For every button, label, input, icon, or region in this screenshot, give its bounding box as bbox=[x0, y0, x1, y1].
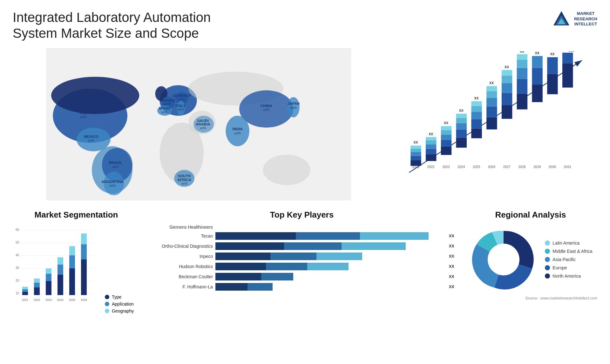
svg-rect-60 bbox=[410, 156, 421, 160]
svg-text:XX: XX bbox=[520, 51, 524, 53]
svg-text:2024: 2024 bbox=[57, 298, 64, 301]
players-list: Siemens Healthineers Tecan XX bbox=[146, 225, 458, 291]
legend-mea: Middle East & Africa bbox=[545, 249, 592, 254]
legend-asia-pacific: Asia Pacific bbox=[545, 257, 592, 262]
svg-rect-81 bbox=[456, 129, 467, 138]
bar-dark bbox=[215, 232, 296, 240]
europe-color bbox=[545, 265, 550, 270]
svg-text:xx%: xx% bbox=[80, 115, 87, 119]
ortho-name: Ortho-Clinical Diagnostics bbox=[149, 244, 213, 249]
mea-color bbox=[545, 249, 550, 254]
europe-label: Europe bbox=[552, 265, 567, 270]
svg-rect-111 bbox=[517, 60, 527, 68]
svg-rect-161 bbox=[81, 244, 87, 260]
logo-text: MARKET RESEARCH INTELLECT bbox=[574, 11, 597, 27]
svg-rect-97 bbox=[486, 91, 497, 98]
svg-text:U.S.: U.S. bbox=[80, 111, 87, 115]
player-row-hoffmann: F. Hoffmann-La XX bbox=[149, 283, 454, 291]
svg-rect-160 bbox=[81, 260, 87, 295]
svg-text:2025: 2025 bbox=[473, 165, 480, 169]
svg-rect-76 bbox=[441, 130, 451, 134]
beckman-name: Beckman Coulter bbox=[149, 274, 213, 279]
svg-text:FRANCE: FRANCE bbox=[159, 98, 175, 102]
svg-rect-88 bbox=[471, 119, 482, 129]
bottom-section: Market Segmentation 60 50 40 30 20 10 bbox=[13, 210, 597, 343]
ortho-bar bbox=[215, 242, 445, 250]
regional-title: Regional Analysis bbox=[464, 210, 597, 220]
svg-text:XX: XX bbox=[489, 81, 494, 85]
svg-rect-148 bbox=[46, 281, 51, 295]
svg-rect-124 bbox=[562, 63, 573, 87]
svg-rect-142 bbox=[22, 287, 28, 289]
player-row-hudson: Hudson Robotics XX bbox=[149, 263, 454, 270]
svg-rect-68 bbox=[426, 144, 436, 149]
svg-rect-149 bbox=[46, 274, 51, 281]
regional-legend: Latin America Middle East & Africa Asia … bbox=[545, 240, 592, 279]
svg-text:2030: 2030 bbox=[549, 165, 556, 169]
application-dot bbox=[105, 302, 109, 306]
svg-rect-144 bbox=[34, 287, 40, 295]
svg-rect-83 bbox=[456, 118, 467, 123]
svg-text:2031: 2031 bbox=[564, 165, 572, 169]
hudson-value: XX bbox=[449, 264, 454, 269]
bar-chart: 2021 XX 2022 XX 2023 XX bbox=[397, 51, 591, 188]
svg-rect-63 bbox=[410, 145, 421, 149]
legend-europe: Europe bbox=[545, 265, 592, 270]
svg-text:XX: XX bbox=[413, 140, 418, 144]
svg-rect-146 bbox=[34, 279, 40, 283]
svg-text:40: 40 bbox=[16, 253, 19, 257]
svg-rect-154 bbox=[58, 257, 63, 265]
segmentation-container: Market Segmentation 60 50 40 30 20 10 bbox=[13, 210, 140, 343]
asia-pacific-label: Asia Pacific bbox=[552, 257, 575, 262]
seg-legend-type: Type bbox=[105, 294, 134, 300]
svg-rect-73 bbox=[441, 147, 451, 155]
svg-rect-152 bbox=[58, 275, 63, 295]
mea-label: Middle East & Africa bbox=[552, 249, 592, 254]
svg-rect-141 bbox=[22, 289, 28, 292]
svg-text:XX: XX bbox=[444, 121, 448, 125]
svg-point-164 bbox=[488, 244, 519, 275]
svg-text:XX: XX bbox=[505, 65, 509, 69]
logo-area: MARKET RESEARCH INTELLECT bbox=[552, 10, 597, 29]
svg-text:CHINA: CHINA bbox=[261, 103, 273, 107]
svg-text:20: 20 bbox=[16, 279, 19, 282]
top-section: CANADA xx% U.S. xx% MEXICO xx% BRAZIL xx… bbox=[13, 48, 597, 200]
svg-text:2026: 2026 bbox=[81, 298, 87, 301]
key-players-title: Top Key Players bbox=[146, 210, 458, 220]
svg-rect-75 bbox=[441, 135, 451, 140]
svg-text:10: 10 bbox=[16, 292, 19, 295]
seg-legend-geography: Geography bbox=[105, 308, 134, 313]
svg-text:xx%: xx% bbox=[181, 182, 188, 185]
svg-text:XX: XX bbox=[459, 109, 464, 112]
svg-rect-140 bbox=[22, 292, 28, 295]
svg-text:CANADA: CANADA bbox=[87, 88, 103, 92]
hoffmann-name: F. Hoffmann-La bbox=[149, 284, 213, 289]
svg-rect-62 bbox=[410, 149, 421, 152]
svg-text:2024: 2024 bbox=[458, 165, 465, 169]
svg-rect-91 bbox=[471, 101, 482, 106]
svg-rect-102 bbox=[502, 93, 512, 105]
key-players-container: Top Key Players Siemens Healthineers Tec… bbox=[146, 210, 458, 343]
svg-point-24 bbox=[263, 155, 310, 185]
source-text: Source : www.marketresearchintellect.com bbox=[464, 296, 597, 300]
svg-rect-157 bbox=[69, 255, 75, 268]
svg-text:2022: 2022 bbox=[34, 298, 40, 301]
header: Integrated Laboratory Automation System … bbox=[13, 10, 597, 42]
svg-text:xx%: xx% bbox=[179, 97, 185, 101]
latin-america-color bbox=[545, 240, 550, 246]
svg-text:AFRICA: AFRICA bbox=[177, 178, 192, 182]
donut-chart bbox=[469, 225, 539, 294]
svg-rect-110 bbox=[517, 68, 527, 79]
world-map: CANADA xx% U.S. xx% MEXICO xx% BRAZIL xx… bbox=[13, 48, 384, 200]
svg-rect-158 bbox=[69, 246, 75, 255]
map-container: CANADA xx% U.S. xx% MEXICO xx% BRAZIL xx… bbox=[13, 48, 384, 200]
svg-text:xx%: xx% bbox=[234, 131, 241, 135]
regional-content: Latin America Middle East & Africa Asia … bbox=[464, 225, 597, 294]
svg-text:ITALY: ITALY bbox=[176, 103, 186, 107]
svg-text:2023: 2023 bbox=[45, 298, 52, 301]
svg-text:xx%: xx% bbox=[109, 184, 116, 187]
svg-text:2027: 2027 bbox=[503, 165, 511, 169]
regional-container: Regional Analysis bbox=[464, 210, 597, 343]
player-row-ortho: Ortho-Clinical Diagnostics XX bbox=[149, 242, 454, 250]
hoffmann-bar bbox=[215, 283, 445, 291]
